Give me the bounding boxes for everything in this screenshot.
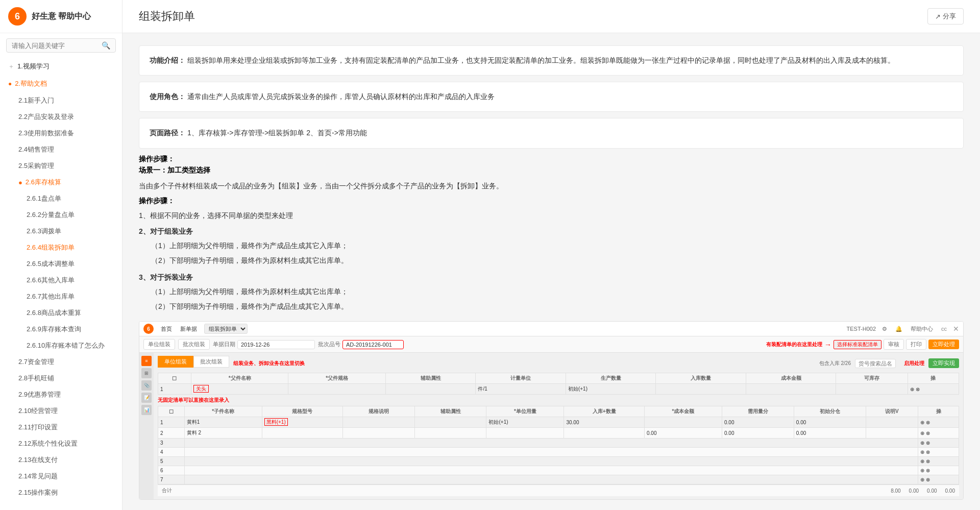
- sidebar-item-2-7[interactable]: 2.7资金管理: [0, 354, 122, 370]
- page-header: 组装拆卸单 ↗ 分享: [122, 0, 980, 33]
- sidebar-item-2-5[interactable]: 2.5采购管理: [0, 158, 122, 174]
- sidebar-item-2-6-3[interactable]: 2.6.3调拨单: [0, 223, 122, 239]
- arrow-right-icon: →: [824, 341, 831, 349]
- ops-label: 操作步骤：: [139, 155, 964, 164]
- func-intro-block: 功能介绍： 组装拆卸单用来处理企业组装或拆卸等加工业务，支持有固定装配清单的产品…: [139, 45, 964, 76]
- mock-review-btn[interactable]: 审核: [884, 339, 904, 350]
- main-content: 组装拆卸单 ↗ 分享 功能介绍： 组装拆卸单用来处理企业组装或拆卸等加工业务，支…: [122, 0, 980, 510]
- sidebar-item-2-6-5[interactable]: 2.6.5成本调整单: [0, 256, 122, 272]
- search-box[interactable]: 🔍: [6, 38, 116, 53]
- sidebar-item-2-6-6[interactable]: 2.6.6其他入库单: [0, 272, 122, 288]
- sidebar: 6 好生意 帮助中心 🔍 ＋ 1.视频学习 ● 2.帮助文档 2.1新手入门 2…: [0, 0, 122, 510]
- sidebar-item-2-15[interactable]: 2.15操作案例: [0, 484, 122, 501]
- sidebar-item-2-9[interactable]: 2.9优惠券管理: [0, 386, 122, 403]
- th-in-qty2: 入库+数量: [564, 406, 645, 417]
- step3-1-text: （1）上部明细为父件明细，最终作为原材料生成其它出库单；: [151, 285, 964, 299]
- th-prod-qty: 生产数量: [566, 373, 655, 384]
- mock-close-icon[interactable]: ✕: [953, 325, 959, 333]
- step3-2-text: （2）下部明细为子件明细，最终作为产成品生成其它入库单。: [151, 300, 964, 313]
- func-intro-text: 功能介绍： 组装拆卸单用来处理企业组装或拆卸等加工业务，支持有固定装配清单的产品…: [150, 54, 953, 67]
- mock-titlebar: 6 首页 新单据 组装拆卸单 TEST-H002 ⚙ 🔔 帮助中心 cc ✕: [139, 322, 963, 336]
- total-label: 合计: [162, 487, 172, 494]
- sidebar-item-2-2[interactable]: 2.2产品安装及登录: [0, 109, 122, 125]
- mock-side-icon-4[interactable]: 📝: [141, 393, 152, 403]
- th-parent-name: *父件名称: [191, 373, 288, 384]
- mock-tab-unit[interactable]: 单位组装: [158, 356, 193, 368]
- th-checkbox: ☐: [158, 373, 191, 384]
- parent-name-cell[interactable]: 关头: [193, 385, 209, 393]
- role-block: 使用角色： 通常由生产人员或库管人员完成拆装业务的操作，库管人员确认原材料的出库…: [139, 82, 964, 112]
- sidebar-item-2-6-2[interactable]: 2.6.2分量盘点单: [0, 207, 122, 223]
- th-in-qty: 入库数量: [656, 373, 746, 384]
- th-cost2: *成本金额: [645, 406, 722, 417]
- sidebar-item-label: 1.视频学习: [17, 62, 50, 71]
- content-area: 功能介绍： 组装拆卸单用来处理企业组装或拆卸等加工业务，支持有固定装配清单的产品…: [122, 33, 980, 510]
- toggle-icon-active: ●: [8, 80, 12, 87]
- mock-app: 6 首页 新单据 组装拆卸单 TEST-H002 ⚙ 🔔 帮助中心 cc ✕: [139, 322, 963, 499]
- mock-nav-item[interactable]: 新单据: [177, 324, 200, 334]
- mock-side-icon-3[interactable]: 📎: [141, 380, 152, 391]
- page-title: 组装拆卸单: [139, 9, 195, 24]
- mock-confirm-btn[interactable]: 立即实现: [928, 358, 959, 368]
- sidebar-item-2-6-1[interactable]: 2.6.1盘点单: [0, 190, 122, 207]
- search-input[interactable]: [12, 42, 102, 50]
- share-button[interactable]: ↗ 分享: [927, 8, 964, 25]
- annotation-type-label: 组装业务、拆卸业务在这里切换: [233, 360, 305, 367]
- mock-logo: 6: [143, 324, 154, 334]
- mock-new-btn[interactable]: 单位组装: [143, 339, 175, 350]
- sidebar-item-2-1[interactable]: 2.1新手入门: [0, 92, 122, 109]
- mock-save-btn[interactable]: 批次组装: [178, 339, 210, 350]
- mock-side-icon-5[interactable]: 📊: [141, 405, 152, 415]
- sidebar-item-2-6-7[interactable]: 2.6.7其他出库单: [0, 288, 122, 305]
- table-row: 3⊕ ⊗: [158, 439, 959, 448]
- mock-parent-table: ☐ *父件名称 *父件规格 辅助属性 计量单位 生产数量 入库数量 成本金额 可…: [158, 373, 959, 395]
- table-row: 5⊕ ⊗: [158, 457, 959, 466]
- mock-type-tabs: 单位组装 批次组装: [158, 356, 229, 368]
- toggle-icon: ＋: [8, 62, 14, 71]
- share-label: 分享: [943, 12, 956, 21]
- sidebar-item-2-6-8[interactable]: 2.6.8商品成本重算: [0, 305, 122, 321]
- mock-process-btn[interactable]: 立即处理: [928, 339, 959, 349]
- sidebar-item-2-13[interactable]: 2.13在线支付: [0, 452, 122, 468]
- path-text: 页面路径： 1、库存核算->库存管理->组装拆卸单 2、首页->常用功能: [150, 127, 953, 139]
- th-sub-aux: 辅助属性: [414, 406, 486, 417]
- mock-nav-item[interactable]: 首页: [158, 324, 175, 334]
- sidebar-item-2-6[interactable]: ● 2.6库存核算: [0, 174, 122, 190]
- mock-date-input[interactable]: [237, 340, 315, 349]
- mock-print-btn[interactable]: 打印: [906, 339, 926, 350]
- table-row: 6⊕ ⊗: [158, 466, 959, 475]
- sidebar-item-2-14[interactable]: 2.14常见问题: [0, 468, 122, 484]
- mock-sidebar-icons: ≡ ⊞ 📎 📝 📊: [139, 353, 154, 499]
- sidebar-item-2-10[interactable]: 2.10经营管理: [0, 403, 122, 419]
- mock-tab-batch[interactable]: 批次组装: [193, 356, 229, 368]
- sidebar-item-2-12[interactable]: 2.12系统个性化设置: [0, 435, 122, 452]
- sidebar-item-2-6-4[interactable]: 2.6.4组装拆卸单: [0, 239, 122, 256]
- sidebar-item-1[interactable]: ＋ 1.视频学习: [0, 58, 122, 75]
- mock-batch-input[interactable]: [342, 340, 404, 349]
- step1-text: 1、根据不同的业务，选择不同单据的类型来处理: [139, 209, 964, 223]
- search-icon[interactable]: 🔍: [102, 41, 110, 50]
- sidebar-item-2-8[interactable]: 2.8手机旺铺: [0, 370, 122, 386]
- logo-icon: 6: [8, 7, 27, 26]
- sidebar-item-2[interactable]: ● 2.帮助文档: [0, 75, 122, 92]
- mock-side-icon-1[interactable]: ≡: [141, 356, 152, 366]
- mock-search-input[interactable]: [855, 359, 896, 368]
- sidebar-item-2-6-9[interactable]: 2.6.9库存账本查询: [0, 321, 122, 337]
- table-row: 7⊕ ⊗: [158, 475, 959, 484]
- th-op2: 操: [918, 406, 959, 417]
- sidebar-item-2-6-10[interactable]: 2.6.10库存账本错了怎么办: [0, 337, 122, 354]
- th-need-qty: 需用量分: [722, 406, 794, 417]
- mock-config-btn[interactable]: 选择标准装配清单: [834, 340, 881, 349]
- scene-intro: 当由多个子件材料组装成一个成品的业务为【组装】业务，当由一个父件拆分成多个子产品…: [139, 179, 964, 193]
- mock-sub-toolbar: 单位组装 批次组装 单据日期 批次品号 有装配清单的在这里处理 →: [139, 336, 963, 353]
- mock-select[interactable]: 组装拆卸单: [204, 324, 248, 334]
- sub-spec-cell[interactable]: 黑料(+1): [264, 418, 288, 426]
- sidebar-item-2-11[interactable]: 2.11打印设置: [0, 419, 122, 435]
- sidebar-item-2-4[interactable]: 2.4销售管理: [0, 141, 122, 158]
- th-note: 说明V: [866, 406, 918, 417]
- step3-text: 3、对于拆装业务: [139, 271, 964, 284]
- mock-side-icon-2[interactable]: ⊞: [141, 368, 152, 378]
- sidebar-item-2-3[interactable]: 2.3使用前数据准备: [0, 125, 122, 141]
- th-checkbox2: ☐: [158, 406, 185, 417]
- annotation-right-label: 启用处理: [904, 360, 924, 367]
